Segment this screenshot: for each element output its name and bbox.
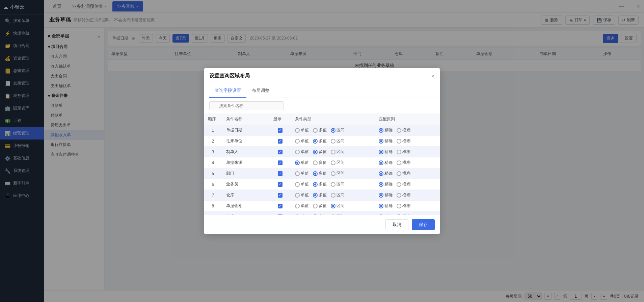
- row-match[interactable]: 精确模糊: [375, 136, 440, 147]
- row-type-single[interactable]: 单值: [295, 160, 309, 166]
- row-order: 8: [204, 201, 222, 211]
- row-order: 3: [204, 147, 222, 157]
- row-match-fuzzy[interactable]: 模糊: [397, 160, 410, 166]
- row-order: 7: [204, 190, 222, 201]
- row-match-fuzzy[interactable]: 模糊: [397, 181, 410, 187]
- settings-table-row: 5部门✓单值多值区间精确模糊: [204, 168, 440, 179]
- row-type-single[interactable]: 单值: [295, 127, 309, 133]
- modal-cancel-button[interactable]: 取消: [385, 219, 408, 230]
- row-type[interactable]: 单值多值区间: [291, 190, 375, 201]
- modal-search-area: 🔍: [204, 98, 440, 114]
- modal-search-input[interactable]: [209, 101, 284, 110]
- row-type-single[interactable]: 单值: [295, 192, 309, 198]
- row-match-exact[interactable]: 精确: [379, 160, 393, 166]
- row-match[interactable]: 精确模糊: [375, 168, 440, 179]
- row-match-fuzzy[interactable]: 模糊: [397, 192, 410, 198]
- row-show-checkbox[interactable]: ✓: [269, 179, 291, 190]
- row-type-range[interactable]: 区间: [331, 192, 345, 198]
- settings-table-row: 2往来单位✓单值多值区间精确模糊: [204, 136, 440, 147]
- row-type[interactable]: 单值多值区间: [291, 179, 375, 190]
- row-show-checkbox[interactable]: ✓: [269, 211, 291, 215]
- row-match-fuzzy[interactable]: 模糊: [397, 149, 410, 155]
- row-match-fuzzy[interactable]: 模糊: [397, 127, 410, 133]
- row-match-fuzzy[interactable]: 模糊: [397, 171, 410, 176]
- row-type-range[interactable]: 区间: [331, 149, 345, 155]
- row-match[interactable]: 精确模糊: [375, 190, 440, 201]
- row-match[interactable]: 精确模糊: [375, 125, 440, 136]
- row-type-multi[interactable]: 多值: [313, 127, 327, 133]
- row-match-exact[interactable]: 精确: [379, 149, 393, 155]
- row-type[interactable]: 单值多值区间: [291, 125, 375, 136]
- modal-save-button[interactable]: 保存: [412, 219, 435, 230]
- row-type-single[interactable]: 单值: [295, 138, 309, 144]
- row-type-multi[interactable]: 多值: [313, 181, 327, 187]
- row-type[interactable]: 单值多值区间: [291, 201, 375, 211]
- row-type[interactable]: 单值多值区间: [291, 168, 375, 179]
- row-order: 6: [204, 179, 222, 190]
- row-type-multi[interactable]: 多值: [313, 171, 327, 176]
- row-type-range[interactable]: 区间: [331, 160, 345, 166]
- row-match[interactable]: 精确模糊: [375, 179, 440, 190]
- row-type-single[interactable]: 单值: [295, 181, 309, 187]
- row-name: 备注: [222, 211, 269, 215]
- row-type-single[interactable]: 单值: [295, 203, 309, 209]
- row-type-multi[interactable]: 多值: [313, 149, 327, 155]
- row-show-checkbox[interactable]: ✓: [269, 147, 291, 157]
- row-name: 单据金额: [222, 201, 269, 211]
- row-show-checkbox[interactable]: ✓: [269, 157, 291, 168]
- row-name: 部门: [222, 168, 269, 179]
- row-match[interactable]: 精确模糊: [375, 211, 440, 215]
- modal-tab-query-fields[interactable]: 查询字段设置: [209, 84, 246, 98]
- row-show-checkbox[interactable]: ✓: [269, 190, 291, 201]
- row-match-exact[interactable]: 精确: [379, 203, 393, 209]
- row-match[interactable]: 精确模糊: [375, 201, 440, 211]
- row-match-exact[interactable]: 精确: [379, 192, 393, 198]
- settings-table-row: 3制单人✓单值多值区间精确模糊: [204, 147, 440, 157]
- col-header-name: 条件名称: [222, 114, 269, 125]
- row-name: 往来单位: [222, 136, 269, 147]
- modal-header: 设置查询区域布局 ×: [204, 68, 440, 84]
- row-show-checkbox[interactable]: ✓: [269, 136, 291, 147]
- row-type[interactable]: 单值多值区间: [291, 157, 375, 168]
- row-type-single[interactable]: 单值: [295, 149, 309, 155]
- row-type-multi[interactable]: 多值: [313, 192, 327, 198]
- modal-tab-layout[interactable]: 布局调整: [246, 84, 275, 98]
- modal-search-wrap: 🔍: [209, 101, 284, 110]
- row-type[interactable]: 单值多值区间: [291, 211, 375, 215]
- row-show-checkbox[interactable]: ✓: [269, 125, 291, 136]
- row-show-checkbox[interactable]: ✓: [269, 168, 291, 179]
- row-match-exact[interactable]: 精确: [379, 171, 393, 176]
- row-match[interactable]: 精确模糊: [375, 147, 440, 157]
- row-type-range[interactable]: 区间: [331, 203, 345, 209]
- row-order: 1: [204, 125, 222, 136]
- row-show-checkbox[interactable]: ✓: [269, 201, 291, 211]
- row-name: 业务员: [222, 179, 269, 190]
- settings-scroll: 顺序 条件名称 显示 条件类型 匹配原则 1单据日期✓单值多值区间精确模糊2往来…: [204, 114, 440, 215]
- row-type[interactable]: 单值多值区间: [291, 147, 375, 157]
- modal-footer: 取消 保存: [204, 215, 440, 234]
- row-match-exact[interactable]: 精确: [379, 138, 393, 144]
- row-type[interactable]: 单值多值区间: [291, 136, 375, 147]
- row-type-multi[interactable]: 多值: [313, 160, 327, 166]
- row-type-range[interactable]: 区间: [331, 127, 345, 133]
- row-type-multi[interactable]: 多值: [313, 138, 327, 144]
- row-order: 5: [204, 168, 222, 179]
- row-match-exact[interactable]: 精确: [379, 127, 393, 133]
- col-header-show: 显示: [269, 114, 291, 125]
- row-match-fuzzy[interactable]: 模糊: [397, 138, 410, 144]
- row-type-range[interactable]: 区间: [331, 171, 345, 176]
- settings-table-row: 1单据日期✓单值多值区间精确模糊: [204, 125, 440, 136]
- row-type-multi[interactable]: 多值: [313, 203, 327, 209]
- row-name: 单据日期: [222, 125, 269, 136]
- row-match-exact[interactable]: 精确: [379, 181, 393, 187]
- settings-table-row: 8单据金额✓单值多值区间精确模糊: [204, 201, 440, 211]
- col-header-type: 条件类型: [291, 114, 375, 125]
- row-type-range[interactable]: 区间: [331, 138, 345, 144]
- row-type-single[interactable]: 单值: [295, 171, 309, 176]
- modal-tabs: 查询字段设置 布局调整: [204, 84, 440, 98]
- row-type-range[interactable]: 区间: [331, 181, 345, 187]
- modal-close-button[interactable]: ×: [432, 73, 435, 79]
- row-match[interactable]: 精确模糊: [375, 157, 440, 168]
- row-match-fuzzy[interactable]: 模糊: [397, 203, 410, 209]
- settings-table-row: 7仓库✓单值多值区间精确模糊: [204, 190, 440, 201]
